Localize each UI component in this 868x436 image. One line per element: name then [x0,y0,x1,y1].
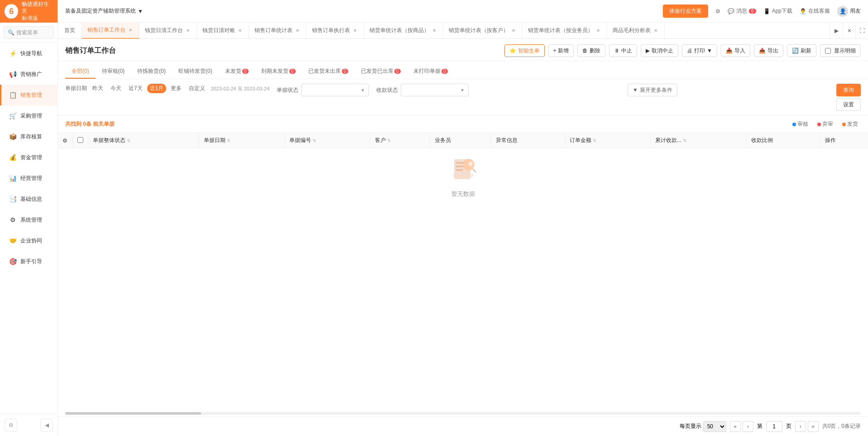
th-date-sort[interactable]: 单据日期 ⇅ [204,137,280,144]
marketing-icon: 📢 [9,70,17,78]
th-ratio: 收款比例 [747,133,820,148]
tab-sales-by-customer-close[interactable]: ✕ [510,28,517,34]
import-button[interactable]: 📥 导入 [721,44,750,57]
th-amount-sort[interactable]: 订单金额 ⇅ [570,137,646,144]
sidebar-item-operations[interactable]: 📊 经营管理 [0,168,58,189]
tab-sales-workbench-close[interactable]: ✕ [127,27,134,33]
sidebar-item-cooperation[interactable]: 🤝 企业协同 [0,230,58,251]
cancel-review-op-button[interactable]: 弃审 [815,119,836,129]
sidebar-item-system[interactable]: ⚙ 系统管理 [0,209,58,230]
date-opt-today[interactable]: 今天 [108,84,124,93]
sidebar: 6 畅捷通好生意 标准版 🔍 搜索菜单 ⚡ 快捷导航 📢 营销推广 📋 销售管理… [0,0,58,436]
tab-scroll-right-button[interactable]: ▶ [830,23,843,39]
select-all-checkbox[interactable] [77,137,83,143]
cancel-pause-button[interactable]: ▶ 取消中止 [641,44,678,57]
next-page-button[interactable]: › [795,421,806,432]
filter-tab-pending-inspect[interactable]: 待拣验货(0) [131,65,172,79]
status-select[interactable]: ▼ [301,84,369,96]
add-button[interactable]: + 新增 [548,44,574,57]
sidebar-item-new-guide[interactable]: 🎯 新手引导 [0,251,58,272]
tab-sales-by-product-close[interactable]: ✕ [431,28,437,34]
page-number-input[interactable] [766,421,782,432]
refresh-button[interactable]: 🔄 刷新 [787,44,816,57]
review-op-button[interactable]: 审核 [790,119,811,129]
topbar-message-button[interactable]: 💬 消息 6 [728,7,756,15]
sidebar-item-marketing[interactable]: 📢 营销推广 [0,64,58,85]
sidebar-item-purchase[interactable]: 🛒 采购管理 [0,105,58,126]
filter-tab-wangpu[interactable]: 旺铺待发货(0) [172,65,219,79]
system-title-dropdown[interactable]: 装备及固定资产辅助管理系统 ▼ [65,7,143,15]
ship-op-button[interactable]: 发货 [839,119,861,129]
online-service-button[interactable]: 👨‍💼 在线客服 [800,7,830,15]
tab-sales-by-staff[interactable]: 销货单统计表（按业务员） ✕ [523,23,607,39]
scrollbar-thumb[interactable] [65,412,201,415]
sidebar-item-basic-info[interactable]: 📑 基础信息 [0,189,58,209]
th-checkbox[interactable] [72,133,88,148]
page-size-dropdown[interactable]: 10 20 50 100 [703,421,726,432]
show-detail-checkbox-label[interactable]: 显示明细 [820,44,861,57]
app-download-button[interactable]: 📱 App下载 [763,7,792,15]
th-customer-sort[interactable]: 客户 ⇅ [375,137,425,144]
tab-sales-workbench[interactable]: 销售订单工作台 ✕ [82,23,139,39]
filter-tab-shipped-out[interactable]: 已发货已出库0 [355,65,407,79]
last-page-button[interactable]: » [808,421,819,432]
sidebar-item-finance[interactable]: 💰 资金管理 [0,147,58,168]
settings-bottom-button[interactable]: ⚙ [5,419,17,431]
filter-tab-not-printed[interactable]: 未打印单据0 [407,65,454,79]
tab-maximize-button[interactable]: ⛶ [855,23,868,39]
filter-tab-all[interactable]: 全部(0) [65,65,96,79]
filter-tab-pending-review[interactable]: 待审核(0) [96,65,131,79]
date-opt-7days[interactable]: 近7天 [126,84,145,93]
smart-create-button[interactable]: ⭐ 智能生单 [504,44,545,57]
sidebar-item-quick-nav[interactable]: ⚡ 快捷导航 [0,43,58,64]
th-setting[interactable]: ⚙ [58,133,72,148]
date-opt-1month[interactable]: 近1月 [147,84,167,93]
export-button[interactable]: 📤 导出 [754,44,783,57]
filter-tab-shipped-not-out[interactable]: 已发货未出库0 [302,65,355,79]
avatar: 👤 [837,6,848,17]
tab-sales-exec[interactable]: 销售订单执行表 ✕ [307,23,364,39]
experience-button[interactable]: 体验行业方案 [663,5,708,18]
search-menu-button[interactable]: 🔍 搜索菜单 [4,26,54,39]
first-page-button[interactable]: « [730,421,741,432]
sidebar-item-inventory[interactable]: 📦 库存核算 [0,126,58,147]
mobile-icon: 📱 [763,8,770,14]
tab-sales-exec-close[interactable]: ✕ [352,28,358,34]
payment-select[interactable]: ▼ [401,84,469,96]
prev-page-button[interactable]: ‹ [743,421,753,432]
horizontal-scrollbar[interactable] [58,411,868,416]
tab-sales-by-customer[interactable]: 销货单统计表（按客户） ✕ [443,23,523,39]
pause-button[interactable]: ⏸ 中止 [609,44,637,57]
tab-cash-reconcile[interactable]: 钱货日清对账 ✕ [197,23,249,39]
tab-cash-daily[interactable]: 钱货日清工作台 ✕ [139,23,197,39]
tab-sales-by-staff-close[interactable]: ✕ [595,28,601,34]
date-opt-more[interactable]: 更多 [168,84,184,93]
filter-tab-not-shipped[interactable]: 未发货0 [219,65,255,79]
date-opt-yesterday[interactable]: 昨天 [90,84,106,93]
tab-cash-reconcile-close[interactable]: ✕ [237,28,243,34]
query-button[interactable]: 查询 [836,84,861,96]
delete-button[interactable]: 🗑 删除 [577,44,605,57]
tab-close-all-button[interactable]: ✕ [843,23,855,39]
tab-gross-margin-close[interactable]: ✕ [652,28,659,34]
date-opt-custom[interactable]: 自定义 [186,84,208,93]
set-button[interactable]: 设置 [836,98,861,111]
print-button[interactable]: 🖨 打印 ▼ [682,44,717,57]
tab-sales-by-product[interactable]: 销货单统计表（按商品） ✕ [364,23,443,39]
sidebar-item-sales[interactable]: 📋 销售管理 [0,85,58,105]
th-status-sort[interactable]: 单据整体状态 ⇅ [93,137,195,144]
topbar-settings-button[interactable]: ⚙ [715,8,720,14]
message-icon: 💬 [728,8,734,14]
tab-cash-daily-close[interactable]: ✕ [185,28,191,34]
expand-filter-button[interactable]: ▼ 展开更多条件 [628,84,677,96]
user-area[interactable]: 👤 用友 [837,6,861,17]
tab-sales-stats-close[interactable]: ✕ [294,28,301,34]
tab-gross-margin[interactable]: 商品毛利分析表 ✕ [607,23,665,39]
show-detail-checkbox[interactable] [825,48,831,54]
th-number-sort[interactable]: 单据编号 ⇅ [289,137,365,144]
filter-tab-expired-not-shipped[interactable]: 到期未发货0 [255,65,302,79]
tab-home[interactable]: 首页 [58,23,82,39]
th-collected-sort[interactable]: 累计收款... ⇅ [655,137,742,144]
collapse-button[interactable]: ◀ [40,419,53,431]
tab-sales-stats[interactable]: 销售订单统计表 ✕ [249,23,307,39]
